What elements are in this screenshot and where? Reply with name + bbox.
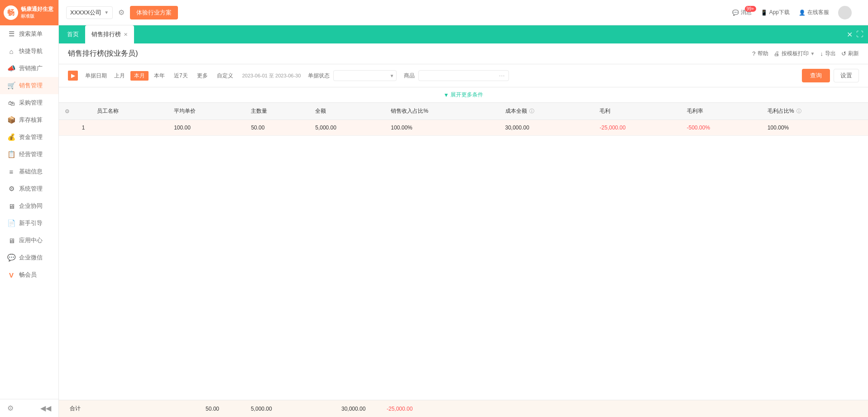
user-avatar[interactable] xyxy=(838,6,852,19)
table-wrap: ⚙ 员工名称 平均单价 主数量 全额 销售收入占比% 成本全额 ⓘ 毛利 毛利率… xyxy=(59,103,868,400)
filter-bar: ▶ 单据日期 上月 本月 本年 近7天 更多 自定义 2023-06-01 至 … xyxy=(59,64,868,87)
footer-cost: 30,000.00 xyxy=(336,406,381,412)
online-service-icon: 👤 xyxy=(799,10,806,16)
table-body: 1 100.00 50.00 5,000.00 100.00% 30,000.0… xyxy=(59,120,868,136)
sidebar-item-marketing[interactable]: 📣 营销推广 xyxy=(0,60,58,77)
enterprise-icon: 🖥 xyxy=(7,202,15,210)
tab-close-window-icon[interactable]: ✕ xyxy=(847,30,853,39)
tab-close-icon[interactable]: ✕ xyxy=(124,32,128,38)
footer-amount: 5,000.00 xyxy=(245,406,291,412)
trial-button[interactable]: 体验行业方案 xyxy=(130,6,178,19)
date-range-label: 2023-06-01 至 2023-06-30 xyxy=(242,72,301,79)
filter-collapse-button[interactable]: ▶ xyxy=(68,71,78,81)
sidebar-item-guide[interactable]: 📄 新手引导 xyxy=(0,215,58,232)
collapse-icon[interactable]: ◀◀ xyxy=(40,404,51,412)
query-button[interactable]: 查询 xyxy=(802,69,830,82)
settings-button[interactable]: 设置 xyxy=(834,69,859,82)
table-row: 1 100.00 50.00 5,000.00 100.00% 30,000.0… xyxy=(59,120,868,136)
refresh-button[interactable]: ↺ 刷新 xyxy=(841,50,859,58)
sidebar-footer: ⚙ ◀◀ xyxy=(0,399,58,417)
print-button[interactable]: 🖨 按模板打印 ▼ xyxy=(774,50,815,58)
sidebar-item-finance[interactable]: 💰 资金管理 xyxy=(0,129,58,146)
sidebar-item-enterprise[interactable]: 🖥 企业协同 xyxy=(0,197,58,215)
sidebar-item-inventory[interactable]: 📦 库存核算 xyxy=(0,111,58,129)
sidebar-item-label: 基础信息 xyxy=(19,168,43,176)
row-sales-pct: 100.00% xyxy=(385,120,499,136)
date-option-this-month[interactable]: 本月 xyxy=(130,71,149,81)
goods-more-icon[interactable]: ··· xyxy=(499,72,505,79)
tab-sales-ranking[interactable]: 销售排行榜 ✕ xyxy=(85,25,134,43)
col-avg-price: 平均单价 xyxy=(168,103,245,120)
date-filter-label: 单据日期 xyxy=(85,72,107,80)
table-header-row: ⚙ 员工名称 平均单价 主数量 全额 销售收入占比% 成本全额 ⓘ 毛利 毛利率… xyxy=(59,103,868,120)
sidebar-item-appcenter[interactable]: 🖥 应用中心 xyxy=(0,232,58,249)
settings-bottom-icon[interactable]: ⚙ xyxy=(7,404,14,412)
app-download-button[interactable]: 📱 App下载 xyxy=(761,9,790,16)
company-selector[interactable]: XXXXX公司 ▼ xyxy=(66,6,113,19)
filter-actions: 查询 设置 xyxy=(802,69,859,82)
company-caret-icon: ▼ xyxy=(104,10,109,15)
expand-conditions-button[interactable]: ▼ 展开更多条件 xyxy=(444,89,484,101)
sidebar-item-purchase[interactable]: 🛍 采购管理 xyxy=(0,94,58,111)
content-area: 销售排行榜(按业务员) ? 帮助 🖨 按模板打印 ▼ ↓ 导出 ↺ 刷新 xyxy=(59,43,868,417)
goods-input[interactable]: ··· xyxy=(418,70,509,81)
row-rank: 1 xyxy=(75,120,91,136)
system-icon: ⚙ xyxy=(7,185,15,193)
sidebar-item-member[interactable]: V 畅会员 xyxy=(0,266,58,283)
sidebar-nav: ☰ 搜索菜单 ⌂ 快捷导航 📣 营销推广 🛒 销售管理 🛍 采购管理 📦 库存核… xyxy=(0,25,58,399)
row-cost: 30,000.00 xyxy=(500,120,595,136)
sidebar-item-label: 营销推广 xyxy=(19,64,43,72)
date-option-custom[interactable]: 自定义 xyxy=(213,71,237,81)
row-gross-pct: 100.00% xyxy=(762,120,868,136)
date-option-this-year[interactable]: 本年 xyxy=(150,71,168,81)
sidebar-logo: 畅 畅康通好生意 标准版 xyxy=(0,0,58,25)
col-gross-rate: 毛利率 xyxy=(681,103,762,120)
sidebar-item-system[interactable]: ⚙ 系统管理 xyxy=(0,180,58,197)
sidebar-item-label: 库存核算 xyxy=(19,116,43,124)
sidebar-item-basic-info[interactable]: ≡ 基础信息 xyxy=(0,163,58,180)
app-download-label: App下载 xyxy=(769,9,790,16)
app-download-icon: 📱 xyxy=(761,10,767,16)
guide-icon: 📄 xyxy=(7,219,15,227)
sidebar-item-operations[interactable]: 📋 经营管理 xyxy=(0,146,58,163)
print-label: 按模板打印 xyxy=(782,50,809,58)
topbar: XXXXX公司 ▼ ⚙ 体验行业方案 💬 消息 99+ 📱 App下载 👤 在线… xyxy=(59,0,868,25)
col-settings[interactable]: ⚙ xyxy=(59,103,75,120)
export-icon: ↓ xyxy=(820,50,824,57)
footer-qty: 50.00 xyxy=(200,406,245,412)
date-option-last-month[interactable]: 上月 xyxy=(110,71,129,81)
print-caret-icon: ▼ xyxy=(810,51,815,56)
date-options: 上月 本月 本年 近7天 更多 自定义 xyxy=(110,71,237,81)
cost-info-icon[interactable]: ⓘ xyxy=(529,108,534,114)
tab-maximize-icon[interactable]: ⛶ xyxy=(856,30,863,38)
page-actions: ? 帮助 🖨 按模板打印 ▼ ↓ 导出 ↺ 刷新 xyxy=(752,50,859,58)
sidebar-item-label: 快捷导航 xyxy=(19,47,43,55)
online-service-button[interactable]: 👤 在线客服 xyxy=(799,9,829,16)
sidebar-item-label: 经营管理 xyxy=(19,150,43,158)
message-button[interactable]: 💬 消息 99+ xyxy=(732,9,752,16)
sidebar-item-wechat[interactable]: 💬 企业微信 xyxy=(0,249,58,266)
status-filter-group: 单据状态 ▼ xyxy=(308,70,397,81)
tab-home[interactable]: 首页 xyxy=(61,25,85,43)
col-gross: 毛利 xyxy=(594,103,681,120)
sidebar-item-label: 销售管理 xyxy=(19,81,43,90)
sidebar-item-nav[interactable]: ⌂ 快捷导航 xyxy=(0,43,58,60)
operations-icon: 📋 xyxy=(7,150,15,158)
finance-icon: 💰 xyxy=(7,133,15,141)
help-button[interactable]: ? 帮助 xyxy=(752,50,768,58)
marketing-icon: 📣 xyxy=(7,64,15,72)
row-settings-icon xyxy=(59,120,75,136)
sidebar-item-search[interactable]: ☰ 搜索菜单 xyxy=(0,25,58,43)
main-area: XXXXX公司 ▼ ⚙ 体验行业方案 💬 消息 99+ 📱 App下载 👤 在线… xyxy=(59,0,868,417)
sidebar-item-label: 畅会员 xyxy=(19,271,37,279)
export-button[interactable]: ↓ 导出 xyxy=(820,50,836,58)
sidebar-item-sales[interactable]: 🛒 销售管理 xyxy=(0,77,58,94)
date-option-more[interactable]: 更多 xyxy=(193,71,211,81)
date-option-7days[interactable]: 近7天 xyxy=(170,71,192,81)
gross-pct-info-icon[interactable]: ⓘ xyxy=(796,108,801,114)
expand-label: 展开更多条件 xyxy=(451,91,483,99)
app-name: 畅康通好生意 xyxy=(21,6,53,13)
status-select[interactable] xyxy=(333,70,397,81)
topbar-settings-icon[interactable]: ⚙ xyxy=(118,8,125,17)
wechat-icon: 💬 xyxy=(7,254,15,262)
